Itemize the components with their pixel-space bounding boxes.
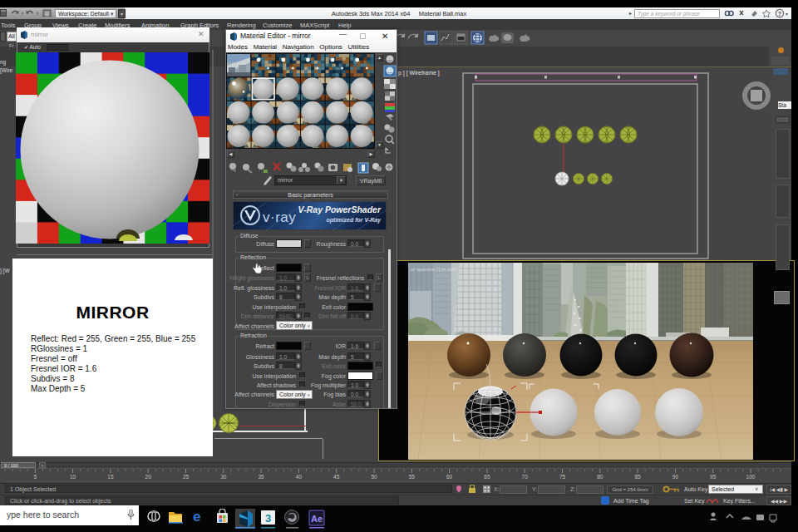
svg-text:75: 75	[559, 474, 566, 480]
svg-text:3: 3	[265, 512, 271, 525]
svg-text:v·ray: v·ray	[263, 209, 296, 225]
svg-text:20: 20	[145, 474, 152, 480]
svg-text:90: 90	[672, 474, 679, 480]
svg-text:50: 50	[371, 474, 377, 480]
svg-text:100: 100	[746, 474, 756, 480]
svg-text:15: 15	[107, 474, 114, 480]
svg-text:95: 95	[710, 474, 717, 480]
svg-text:V-Ray PowerShader: V-Ray PowerShader	[298, 204, 382, 214]
svg-text:▾: ▾	[786, 12, 788, 17]
svg-text:?: ?	[778, 11, 781, 17]
svg-text:5: 5	[33, 474, 37, 480]
svg-text:optimized for V-Ray: optimized for V-Ray	[327, 217, 382, 224]
svg-text:Ae: Ae	[311, 514, 323, 524]
svg-text:85: 85	[634, 474, 641, 480]
svg-text:70: 70	[522, 474, 529, 480]
svg-text:35: 35	[258, 474, 264, 480]
svg-text:25: 25	[183, 474, 190, 480]
svg-text:65: 65	[484, 474, 490, 480]
svg-text:60: 60	[446, 474, 453, 480]
svg-text:45: 45	[333, 474, 340, 480]
svg-text:30: 30	[220, 474, 227, 480]
svg-text:80: 80	[597, 474, 603, 480]
svg-text:55: 55	[409, 474, 416, 480]
svg-text:e: e	[193, 509, 200, 525]
svg-text:10: 10	[70, 474, 76, 480]
svg-text:40: 40	[296, 474, 303, 480]
